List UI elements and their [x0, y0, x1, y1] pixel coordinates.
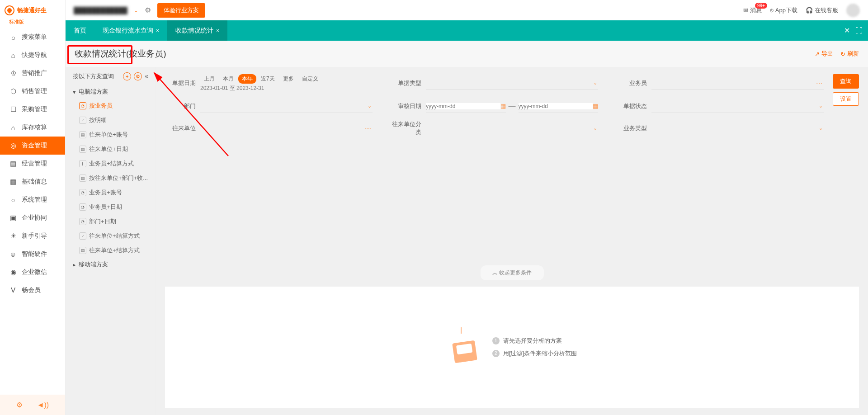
nav-item-新手引导[interactable]: ☀新手引导: [0, 227, 65, 245]
tab-label: 收款情况统计: [175, 27, 213, 35]
collapse-panel-icon[interactable]: «: [145, 72, 148, 80]
filter-salesperson[interactable]: 业务员 ⋯: [616, 74, 824, 92]
partner-category-input[interactable]: [426, 125, 598, 132]
filter-biz-type[interactable]: 业务类型 ⌄: [616, 120, 824, 137]
date-chip-自定义[interactable]: 自定义: [298, 74, 322, 84]
collapse-filters-button[interactable]: ︽ 收起更多条件: [481, 265, 544, 280]
app-download-link[interactable]: ⎋ App下载: [770, 6, 797, 14]
date-chip-本月[interactable]: 本月: [219, 74, 237, 84]
nav-item-基础信息[interactable]: ▦基础信息: [0, 173, 65, 191]
tab-首页[interactable]: 首页: [66, 20, 94, 41]
calendar-icon[interactable]: ▦: [593, 103, 598, 109]
nav-item-快捷导航[interactable]: ⌂快捷导航: [0, 46, 65, 64]
nav-item-企业协同[interactable]: ▣企业协同: [0, 209, 65, 227]
partner-input[interactable]: [200, 125, 373, 132]
fullscreen-icon[interactable]: ⛶: [855, 27, 863, 35]
nav-item-库存核算[interactable]: ⌂库存核算: [0, 118, 65, 137]
date-chip-本年[interactable]: 本年: [238, 74, 256, 84]
scheme-item[interactable]: ▤往来单位+结算方式: [66, 243, 156, 258]
nav-label: 基础信息: [22, 178, 47, 186]
chevron-down-icon[interactable]: ⌄: [134, 7, 138, 14]
tab-收款情况统计[interactable]: 收款情况统计×: [167, 20, 227, 41]
avatar[interactable]: [846, 4, 860, 17]
experience-button[interactable]: 体验行业方案: [157, 3, 205, 18]
nav-icon: ☺: [9, 250, 17, 258]
scheme-item[interactable]: ▤按往来单位+部门+收...: [66, 171, 156, 185]
filter-bill-type[interactable]: 单据类型 ⌄: [391, 74, 598, 92]
department-input[interactable]: [200, 103, 373, 109]
query-button[interactable]: 查询: [833, 74, 859, 89]
sound-icon[interactable]: ◄)): [37, 401, 49, 409]
bill-status-input[interactable]: [651, 103, 824, 109]
nav-item-资金管理[interactable]: ◎资金管理: [0, 137, 65, 155]
filter-bill-date: 单据日期 上月本月本年近7天更多自定义 2023-01-01 至 2023-12…: [165, 74, 373, 92]
export-button[interactable]: ↗导出: [815, 50, 833, 58]
scheme-item-icon: ◔: [79, 218, 86, 225]
filter-bill-status[interactable]: 单据状态 ⌄: [616, 99, 824, 113]
headset-icon: 🎧: [806, 7, 813, 14]
biz-type-input[interactable]: [651, 125, 824, 132]
audit-date-from[interactable]: [426, 103, 500, 109]
audit-date-to[interactable]: [519, 103, 593, 109]
scheme-item-icon: ◔: [79, 102, 86, 109]
date-chip-近7天[interactable]: 近7天: [257, 74, 278, 84]
filter-partner-category[interactable]: 往来单位分类 ⌄: [391, 120, 598, 137]
scheme-item[interactable]: ◔业务员+账号: [66, 185, 156, 200]
scheme-item[interactable]: ◔按业务员: [66, 99, 156, 113]
nav-label: 资金管理: [22, 141, 47, 150]
scheme-group[interactable]: ▾电脑端方案: [66, 85, 156, 99]
nav-item-企业微信[interactable]: ◉企业微信: [0, 263, 65, 281]
settings-scheme-icon[interactable]: ⚙: [134, 72, 142, 80]
org-name[interactable]: ████████████: [74, 7, 127, 14]
messages-link[interactable]: ✉ 消息 99+: [743, 6, 762, 14]
filter-partner[interactable]: 往来单位 ⋯: [165, 120, 373, 137]
nav-label: 销售管理: [22, 87, 47, 95]
scheme-item-icon: ▤: [79, 131, 86, 138]
scheme-item-label: 按明细: [89, 116, 107, 124]
salesperson-input[interactable]: [651, 80, 824, 86]
page-title: 收款情况统计(按业务员): [75, 48, 166, 60]
close-icon[interactable]: ×: [216, 28, 219, 34]
scheme-item[interactable]: ▤往来单位+日期: [66, 142, 156, 156]
nav-item-采购管理[interactable]: ☐采购管理: [0, 100, 65, 118]
scheme-item-label: 业务员+账号: [89, 189, 122, 197]
nav-item-畅会员[interactable]: Ⅴ畅会员: [0, 281, 65, 299]
logo-text: 畅捷通好生: [17, 6, 47, 14]
scheme-item[interactable]: ⟋按明细: [66, 113, 156, 127]
nav-item-搜索菜单[interactable]: ⌕搜索菜单: [0, 28, 65, 46]
add-scheme-icon[interactable]: +: [123, 72, 131, 80]
close-all-icon[interactable]: ✕: [844, 26, 850, 35]
date-range-label: 2023-01-01 至 2023-12-31: [200, 85, 373, 92]
date-chip-上月[interactable]: 上月: [200, 74, 218, 84]
scheme-item-icon: ▤: [79, 174, 86, 182]
refresh-button[interactable]: ↻刷新: [840, 50, 859, 58]
scheme-item[interactable]: ⟋往来单位+结算方式: [66, 229, 156, 243]
app-download-label: App下载: [775, 6, 797, 14]
scheme-item[interactable]: ⫿业务员+结算方式: [66, 156, 156, 171]
scheme-item[interactable]: ▤往来单位+账号: [66, 127, 156, 142]
scheme-header-label: 按以下方案查询: [73, 72, 114, 80]
highlight-box: [67, 45, 132, 64]
nav-item-销售管理[interactable]: ⬡销售管理: [0, 82, 65, 100]
scheme-group[interactable]: ▸移动端方案: [66, 258, 156, 271]
scheme-item-icon: ▤: [79, 146, 86, 153]
nav-menu: ⌕搜索菜单⌂快捷导航♔营销推广⬡销售管理☐采购管理⌂库存核算◎资金管理▤经营管理…: [0, 28, 65, 395]
online-service-link[interactable]: 🎧 在线客服: [806, 6, 838, 14]
calendar-icon[interactable]: ▦: [500, 103, 506, 109]
filter-department[interactable]: 部门 ⌄: [165, 99, 373, 113]
tab-现金银行流水查询[interactable]: 现金银行流水查询×: [94, 20, 167, 41]
nav-item-营销推广[interactable]: ♔营销推广: [0, 64, 65, 82]
close-icon[interactable]: ×: [156, 28, 159, 34]
settings-button[interactable]: 设置: [833, 92, 859, 106]
scheme-item[interactable]: ◔业务员+日期: [66, 200, 156, 214]
scheme-item[interactable]: ◔部门+日期: [66, 214, 156, 229]
phone-icon: ⎋: [770, 7, 774, 14]
bill-type-input[interactable]: [426, 80, 598, 86]
date-chip-更多[interactable]: 更多: [279, 74, 297, 84]
gear-icon[interactable]: ⚙: [16, 401, 23, 409]
nav-item-系统管理[interactable]: ○系统管理: [0, 191, 65, 209]
gear-icon[interactable]: ⚙: [145, 6, 151, 14]
chevron-up-icon: ︽: [492, 269, 499, 276]
nav-item-智能硬件[interactable]: ☺智能硬件: [0, 245, 65, 263]
nav-item-经营管理[interactable]: ▤经营管理: [0, 155, 65, 173]
